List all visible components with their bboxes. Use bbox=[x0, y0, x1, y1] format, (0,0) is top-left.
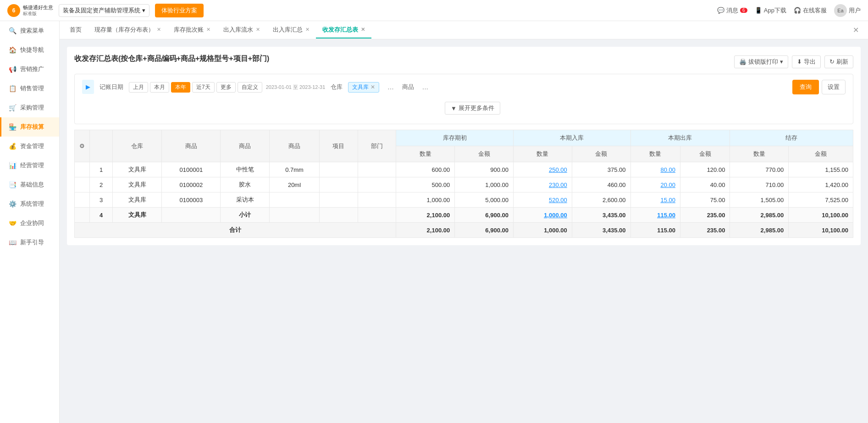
headset-icon: 🎧 bbox=[794, 7, 801, 14]
expand-conditions-button[interactable]: ▼ 展开更多条件 bbox=[445, 102, 500, 115]
sidebar-item-basic-info[interactable]: 📑 基础信息 bbox=[0, 175, 59, 194]
refresh-button[interactable]: ↻ 刷新 bbox=[824, 55, 853, 68]
sidebar-item-inventory[interactable]: 🏪 库存核算 bbox=[0, 117, 59, 137]
total-in-amt: 3,435.00 bbox=[572, 223, 630, 238]
total-close-qty: 2,985.00 bbox=[730, 223, 789, 238]
sub-open-qty: 2,100.00 bbox=[396, 208, 455, 223]
tab-close-stock-dist[interactable]: ✕ bbox=[157, 27, 161, 33]
refresh-icon: ↻ bbox=[829, 58, 835, 65]
sidebar-item-collab[interactable]: 🤝 企业协同 bbox=[0, 214, 59, 233]
col-header-dept: 部门 bbox=[358, 130, 396, 162]
user-menu-button[interactable]: Ea 用户 bbox=[834, 4, 861, 17]
date-btn-custom[interactable]: 自定义 bbox=[238, 82, 262, 93]
sidebar-item-sales[interactable]: 📋 销售管理 bbox=[0, 79, 59, 98]
sidebar-item-guide[interactable]: 📖 新手引导 bbox=[0, 233, 59, 252]
row-open-amt: 5,000.00 bbox=[455, 192, 514, 208]
filter-right-actions: 查询 设置 bbox=[792, 80, 846, 94]
row-in-qty[interactable]: 520.00 bbox=[513, 192, 572, 208]
app-download-button[interactable]: 📱 App下载 bbox=[755, 6, 786, 15]
setting-button[interactable]: 设置 bbox=[822, 80, 846, 94]
dropdown-icon: ▾ bbox=[142, 7, 145, 14]
sidebar-item-purchase[interactable]: 🛒 采购管理 bbox=[0, 98, 59, 117]
tab-close-recv-send-summary[interactable]: ✕ bbox=[361, 27, 365, 33]
row-in-qty[interactable]: 250.00 bbox=[513, 162, 572, 177]
settings-icon[interactable]: ⚙ bbox=[79, 143, 85, 149]
sidebar-item-finance[interactable]: 💰 资金管理 bbox=[0, 137, 59, 156]
logo-icon: 6 bbox=[7, 4, 20, 17]
tab-inout-summary[interactable]: 出入库汇总 ✕ bbox=[266, 22, 316, 38]
warehouse-remove-button[interactable]: ✕ bbox=[370, 84, 375, 90]
row-code: 0100003 bbox=[162, 192, 221, 208]
col-header-out-amt: 金额 bbox=[680, 146, 730, 162]
col-group-opening: 库存期初 bbox=[396, 130, 514, 146]
date-btn-this-month[interactable]: 本月 bbox=[150, 82, 169, 93]
print-button[interactable]: 🖨️ 拔锁版打印 ▾ bbox=[734, 55, 788, 68]
sidebar-item-search[interactable]: 🔍 搜索菜单 bbox=[0, 21, 59, 40]
sidebar-item-label: 营销推广 bbox=[20, 65, 44, 73]
row-spec bbox=[270, 192, 319, 208]
row-project bbox=[319, 177, 358, 192]
sidebar-item-system[interactable]: ⚙️ 系统管理 bbox=[0, 194, 59, 214]
sidebar-item-quick-nav[interactable]: 🏠 快捷导航 bbox=[0, 40, 59, 60]
close-all-tabs-button[interactable]: ✕ bbox=[847, 26, 864, 34]
row-out-qty[interactable]: 20.00 bbox=[630, 177, 680, 192]
row-close-amt: 1,155.00 bbox=[789, 162, 853, 177]
total-open-qty: 2,100.00 bbox=[396, 223, 455, 238]
row-settings bbox=[75, 162, 90, 177]
sidebar-item-marketing[interactable]: 📢 营销推广 bbox=[0, 60, 59, 79]
tab-nav: 首页 现存量（库存分布表） ✕ 库存批次账 ✕ 出入库流水 ✕ bbox=[63, 22, 847, 38]
tab-inout-flow[interactable]: 出入库流水 ✕ bbox=[217, 22, 266, 38]
guide-icon: 📖 bbox=[9, 239, 17, 246]
sub-in-qty[interactable]: 1,000.00 bbox=[513, 208, 572, 223]
total-label: 合计 bbox=[75, 223, 396, 238]
tab-recv-send-summary[interactable]: 收发存汇总表 ✕ bbox=[316, 22, 371, 38]
tab-close-batch[interactable]: ✕ bbox=[206, 27, 210, 33]
tab-home[interactable]: 首页 bbox=[63, 22, 88, 38]
row-close-qty: 710.00 bbox=[730, 177, 789, 192]
sub-project bbox=[319, 208, 358, 223]
sidebar-item-label: 基础信息 bbox=[20, 181, 44, 189]
query-button[interactable]: 查询 bbox=[792, 80, 819, 94]
row-settings bbox=[75, 177, 90, 192]
filter-inner: 记账日期 上月 本月 本年 近7天 更多 自定义 2023-01-01 至 20… bbox=[94, 80, 846, 118]
system-selector[interactable]: 装备及固定资产辅助管理系统 ▾ bbox=[59, 4, 149, 17]
total-in-qty: 1,000.00 bbox=[513, 223, 572, 238]
product-ellipsis-button[interactable]: ... bbox=[420, 82, 431, 92]
date-btn-this-year[interactable]: 本年 bbox=[171, 82, 190, 93]
row-project bbox=[319, 162, 358, 177]
sidebar-item-operations[interactable]: 📊 经营管理 bbox=[0, 156, 59, 175]
message-icon: 💬 bbox=[717, 7, 724, 14]
messages-button[interactable]: 💬 消息 6 bbox=[717, 6, 747, 15]
sub-name: 小计 bbox=[221, 208, 270, 223]
row-spec: 0.7mm bbox=[270, 162, 319, 177]
row-open-amt: 900.00 bbox=[455, 162, 514, 177]
tab-close-inout-summary[interactable]: ✕ bbox=[305, 27, 310, 33]
row-name: 采访本 bbox=[221, 192, 270, 208]
sidebar-item-label: 系统管理 bbox=[20, 200, 44, 208]
row-in-qty[interactable]: 230.00 bbox=[513, 177, 572, 192]
filter-section: ▶ 记账日期 上月 本月 本年 近7天 更多 自定义 bbox=[74, 74, 853, 124]
export-icon: ⬇ bbox=[797, 58, 802, 65]
row-name: 中性笔 bbox=[221, 162, 270, 177]
filter-line-1: 记账日期 上月 本月 本年 近7天 更多 自定义 2023-01-01 至 20… bbox=[100, 80, 846, 94]
expand-icon: ▼ bbox=[451, 105, 457, 112]
tab-close-inout-flow[interactable]: ✕ bbox=[256, 27, 260, 33]
filter-toggle-button[interactable]: ▶ bbox=[82, 80, 94, 94]
date-btn-7days[interactable]: 近7天 bbox=[192, 82, 215, 93]
row-project bbox=[319, 192, 358, 208]
export-button[interactable]: ⬇ 导出 bbox=[792, 55, 821, 68]
experience-button[interactable]: 体验行业方案 bbox=[155, 4, 204, 17]
row-open-qty: 1,000.00 bbox=[396, 192, 455, 208]
row-out-qty[interactable]: 80.00 bbox=[630, 162, 680, 177]
date-btn-last-month[interactable]: 上月 bbox=[129, 82, 148, 93]
online-service-button[interactable]: 🎧 在线客服 bbox=[794, 6, 827, 15]
page-header-actions: 🖨️ 拔锁版打印 ▾ ⬇ 导出 ↻ 刷新 bbox=[734, 55, 853, 68]
row-seq: 3 bbox=[90, 192, 113, 208]
sub-out-qty[interactable]: 115.00 bbox=[630, 208, 680, 223]
tab-stock-dist[interactable]: 现存量（库存分布表） ✕ bbox=[88, 22, 167, 38]
tab-batch[interactable]: 库存批次账 ✕ bbox=[167, 22, 217, 38]
purchase-icon: 🛒 bbox=[9, 104, 17, 111]
row-out-qty[interactable]: 15.00 bbox=[630, 192, 680, 208]
warehouse-ellipsis-button[interactable]: ... bbox=[385, 82, 396, 92]
date-btn-more[interactable]: 更多 bbox=[216, 82, 236, 93]
